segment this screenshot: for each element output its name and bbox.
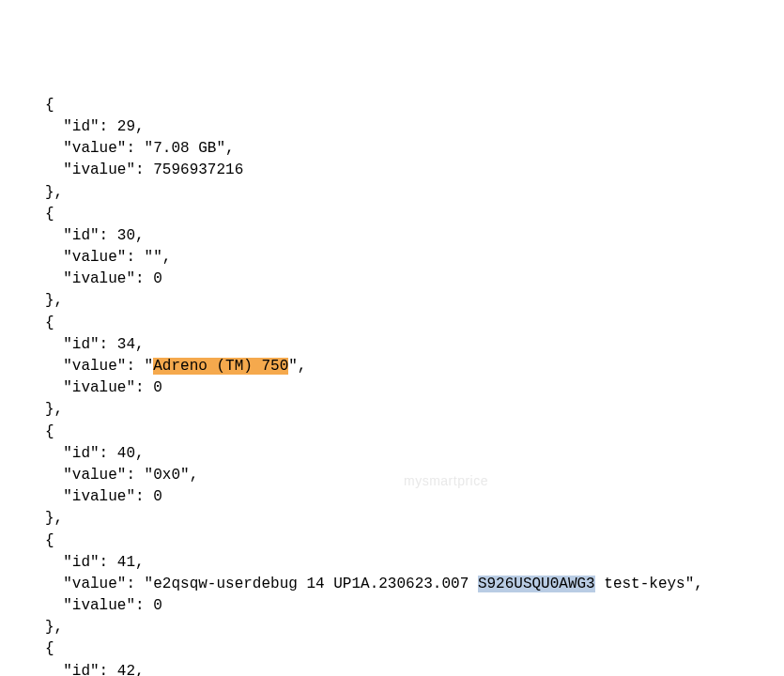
json-value-line: "value": "e2qsqw-userdebug 14 UP1A.23062…	[45, 574, 784, 595]
json-value-line: "value": "",	[45, 247, 784, 269]
json-object-close: },	[45, 508, 784, 530]
json-id-line: "id": 41,	[45, 552, 784, 574]
json-object-open: {	[45, 638, 784, 660]
json-id-line: "id": 42,	[45, 661, 784, 676]
json-value-text: 7.08 GB	[153, 140, 216, 157]
json-value-prefix: "value": "	[45, 467, 153, 484]
json-id-line: "id": 30,	[45, 225, 784, 247]
json-value-prefix: "value": "	[45, 249, 153, 266]
json-value-text: 0x0	[153, 467, 180, 484]
json-object-open: {	[45, 313, 784, 334]
highlight-blue: S926USQU0AWG3	[478, 576, 595, 592]
json-ivalue-line: "ivalue": 0	[45, 486, 784, 508]
json-object-close: },	[45, 290, 784, 312]
json-value-suffix: ",	[216, 140, 234, 157]
json-value-line: "value": "7.08 GB",	[45, 138, 784, 160]
json-id-line: "id": 34,	[45, 334, 784, 356]
highlight-orange: Adreno (TM) 750	[153, 358, 288, 375]
json-id-line: "id": 29,	[45, 116, 784, 138]
json-value-line: "value": "Adreno (TM) 750",	[45, 356, 784, 377]
json-code-block: { "id": 29, "value": "7.08 GB", "ivalue"…	[45, 95, 784, 676]
json-id-line: "id": 40,	[45, 443, 784, 465]
json-object-open: {	[45, 204, 784, 225]
json-value-prefix: "value": "	[45, 576, 153, 592]
json-ivalue-line: "ivalue": 0	[45, 269, 784, 290]
json-ivalue-line: "ivalue": 0	[45, 377, 784, 399]
json-value-prefix: "value": "	[45, 358, 153, 375]
json-object-close: },	[45, 617, 784, 638]
json-value-suffix: ",	[180, 467, 198, 484]
json-value-text: e2qsqw-userdebug 14 UP1A.230623.007	[153, 576, 478, 592]
json-object-open: {	[45, 422, 784, 443]
json-ivalue-line: "ivalue": 0	[45, 595, 784, 617]
json-value-suffix: ",	[288, 358, 306, 375]
json-value-prefix: "value": "	[45, 140, 153, 157]
json-object-close: },	[45, 182, 784, 204]
json-value-suffix: test-keys",	[595, 576, 703, 592]
json-object-open: {	[45, 530, 784, 552]
json-object-open: {	[45, 95, 784, 116]
json-value-suffix: ",	[153, 249, 171, 266]
json-ivalue-line: "ivalue": 7596937216	[45, 160, 784, 181]
json-value-line: "value": "0x0",	[45, 465, 784, 486]
json-object-close: },	[45, 399, 784, 421]
